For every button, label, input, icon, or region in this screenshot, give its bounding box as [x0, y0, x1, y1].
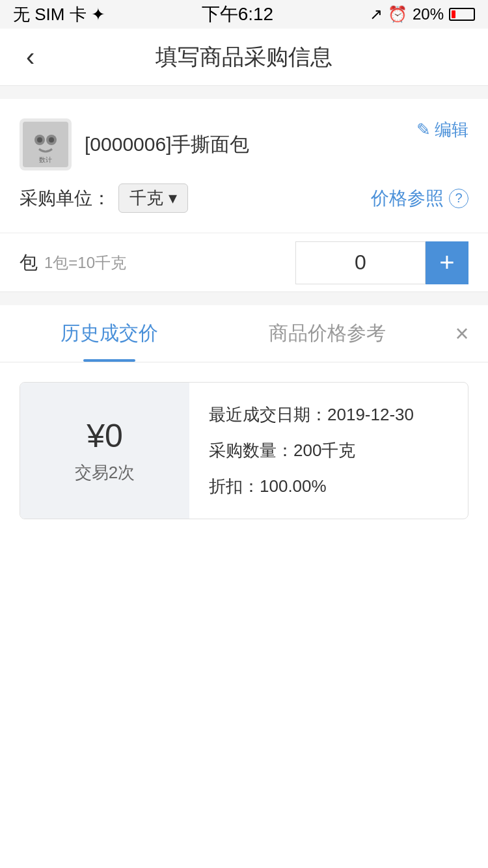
quantity-plus-button[interactable]: + — [426, 241, 468, 284]
history-quantity-row: 采购数量：200千克 — [209, 438, 448, 463]
history-recent-date-value: 2019-12-30 — [327, 405, 414, 424]
edit-icon: ✎ — [416, 120, 431, 140]
content-area — [0, 539, 488, 868]
price-ref-label: 价格参照 — [371, 186, 444, 211]
quantity-section: 包 1包=10千克 0 + — [0, 234, 488, 292]
history-recent-date-row: 最近成交日期：2019-12-30 — [209, 402, 448, 427]
history-discount-row: 折扣：100.00% — [209, 474, 448, 499]
back-button[interactable]: ‹ — [20, 36, 41, 78]
product-bottom-row: 采购单位： 千克 ▾ 价格参照 ? — [20, 183, 468, 213]
price-reference-button[interactable]: 价格参照 ? — [371, 186, 468, 211]
tab-active-indicator — [83, 359, 135, 362]
chevron-down-icon: ▾ — [169, 188, 177, 208]
unit-row: 采购单位： 千克 ▾ — [20, 183, 188, 213]
tab-product-price[interactable]: 商品价格参考 — [218, 305, 436, 362]
edit-button[interactable]: ✎ 编辑 — [416, 118, 468, 141]
status-time: 下午6:12 — [202, 2, 274, 27]
product-image: 数计 — [20, 118, 72, 170]
status-right: ↗ ⏰ 20% — [370, 5, 475, 23]
product-left: 数计 [0000006]手撕面包 — [20, 118, 249, 170]
tab-history-label: 历史成交价 — [61, 320, 158, 347]
product-top-row: 数计 [0000006]手撕面包 ✎ 编辑 — [20, 118, 468, 170]
battery-icon — [449, 8, 475, 21]
tab-section: 历史成交价 商品价格参考 × ¥0 交易2次 最近成交日期：2019-12-30… — [0, 305, 488, 868]
unit-label: 采购单位： — [20, 186, 111, 211]
product-card: 数计 [0000006]手撕面包 ✎ 编辑 采购单位： 千克 ▾ 价格参照 ? — [0, 99, 488, 232]
svg-text:数计: 数计 — [39, 156, 52, 163]
unit-value: 千克 — [129, 187, 163, 210]
history-discount-value: 100.00% — [260, 476, 327, 496]
svg-point-4 — [49, 137, 54, 142]
quantity-input[interactable]: 0 — [295, 241, 426, 284]
history-price-value: ¥0 — [87, 417, 123, 455]
help-icon: ? — [449, 189, 468, 208]
tab-bar: 历史成交价 商品价格参考 × — [0, 305, 488, 362]
unit-selector[interactable]: 千克 ▾ — [118, 183, 188, 213]
history-discount-label: 折扣： — [209, 476, 260, 496]
history-transaction-count: 交易2次 — [75, 461, 135, 484]
history-quantity-value: 200千克 — [293, 441, 355, 460]
history-details-panel: 最近成交日期：2019-12-30 采购数量：200千克 折扣：100.00% — [189, 383, 468, 519]
status-left: 无 SIM 卡 ✦ — [13, 3, 105, 26]
page-title: 填写商品采购信息 — [156, 42, 332, 72]
edit-label: 编辑 — [435, 118, 468, 141]
tab-product-label: 商品价格参考 — [269, 320, 386, 347]
quantity-unit: 包 — [20, 251, 38, 275]
history-quantity-label: 采购数量： — [209, 441, 293, 460]
svg-point-3 — [37, 137, 42, 142]
quantity-unit-equivalent: 1包=10千克 — [44, 252, 126, 273]
location-icon: ↗ — [370, 5, 383, 23]
history-card: ¥0 交易2次 最近成交日期：2019-12-30 采购数量：200千克 折扣：… — [20, 382, 468, 519]
tab-history-price[interactable]: 历史成交价 — [0, 305, 218, 362]
quantity-label: 包 1包=10千克 — [20, 251, 126, 275]
history-recent-date-label: 最近成交日期： — [209, 405, 327, 424]
alarm-icon: ⏰ — [388, 5, 407, 23]
battery-percent: 20% — [413, 5, 444, 23]
header: ‹ 填写商品采购信息 — [0, 29, 488, 86]
product-name: [0000006]手撕面包 — [85, 131, 249, 158]
signal-text: 无 SIM 卡 ✦ — [13, 3, 105, 26]
tab-close-button[interactable]: × — [436, 305, 488, 362]
quantity-controls: 0 + — [295, 241, 468, 284]
history-price-panel: ¥0 交易2次 — [20, 383, 189, 519]
status-bar: 无 SIM 卡 ✦ 下午6:12 ↗ ⏰ 20% — [0, 0, 488, 29]
